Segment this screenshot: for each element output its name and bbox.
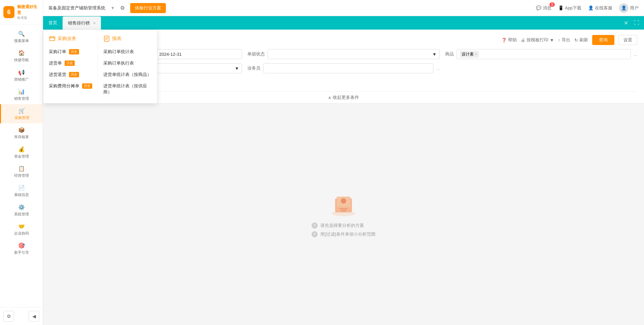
header-gear-icon[interactable]: ⚙ (120, 5, 125, 11)
tab-close-all-icon[interactable]: ✕ (621, 18, 631, 28)
menu-item-inbound-stats-by-supplier[interactable]: 进货单统计表（按供应商） (103, 80, 152, 98)
hint-num-1: ① (312, 222, 318, 229)
refresh-icon: ↻ (574, 38, 578, 43)
hist-badge-inbound: 历史 (65, 60, 75, 66)
export-icon: ↑ (558, 38, 561, 43)
service-icon: 👤 (588, 5, 594, 10)
salesperson-more-btn[interactable]: ... (436, 66, 440, 71)
inventory-icon: 📦 (18, 127, 25, 133)
app-download-btn[interactable]: 📱 App下载 (558, 5, 581, 11)
sidebar-collapse-btn[interactable]: ◀ (29, 311, 39, 322)
empty-illustration (327, 192, 360, 218)
basic-info-icon: 📄 (18, 185, 25, 191)
system-title: 装备及固定资产辅助管理系统 (48, 5, 105, 11)
search-icon: 🔍 (18, 31, 25, 37)
date-end-input[interactable]: 2024-12-31 (156, 49, 242, 59)
menu-item-purchase-expense[interactable]: 采购费用分摊单 历史 (49, 80, 98, 92)
tab-close-icon[interactable]: × (93, 21, 96, 26)
message-btn[interactable]: 💬 消息 9 (536, 5, 551, 11)
home-icon: 🏠 (18, 50, 25, 56)
sales-icon: 📊 (18, 88, 25, 95)
purchase-dropdown-menu: 采购业务 采购订单 历史 进货单 历史 进货退货 历史 采购费用分摊单 历史 (43, 30, 157, 104)
rank-select-dropdown-icon: ▼ (235, 66, 239, 71)
message-icon: 💬 (536, 5, 541, 10)
enterprise-icon: 🤝 (18, 223, 25, 230)
sidebar: 6 畅捷通好生意 标准版 🔍 搜索菜单 🏠 快捷导航 📢 营销推广 📊 销售管理 (0, 0, 43, 325)
sidebar-item-marketing[interactable]: 📢 营销推广 (0, 66, 43, 85)
sidebar-settings-btn[interactable]: ⚙ (3, 311, 14, 322)
menu-item-inbound-stats-by-goods[interactable]: 进货单统计表（按商品） (103, 69, 152, 80)
goods-more-btn[interactable]: ... (634, 52, 637, 57)
collapse-up-icon: ∧ (328, 95, 331, 100)
purchase-section: 采购业务 采购订单 历史 进货单 历史 进货退货 历史 采购费用分摊单 历史 (49, 35, 98, 98)
operations-icon: 📋 (18, 165, 25, 172)
status-select[interactable]: ▼ (267, 49, 439, 59)
help-btn[interactable]: ❓ 帮助 (501, 37, 517, 43)
sidebar-item-basic-info[interactable]: 📄 基础信息 (0, 181, 43, 200)
tab-sales-ranking[interactable]: 销售排行榜 × (63, 16, 101, 30)
print-icon: 🖨 (521, 38, 525, 43)
sidebar-item-purchase[interactable]: 🛒 采购管理 (0, 104, 43, 123)
user-btn[interactable]: 👤 用户 (619, 3, 639, 13)
settings-btn[interactable]: 设置 (618, 35, 637, 45)
status-filter: 单据状态 ▼ (247, 49, 439, 59)
refresh-btn[interactable]: ↻ 刷新 (574, 37, 588, 43)
sidebar-item-system[interactable]: ⚙️ 系统管理 (0, 201, 43, 220)
purchase-icon: 🛒 (19, 108, 25, 114)
guide-icon: 🎯 (18, 242, 25, 249)
tab-maximize-icon[interactable]: ⛶ (632, 18, 641, 28)
sidebar-item-enterprise[interactable]: 🤝 企业协同 (0, 220, 43, 239)
menu-item-inbound-return[interactable]: 进货退货 历史 (49, 69, 98, 80)
empty-hints: ① 请先选择要分析的方案 ② 用[过滤]条件来缩小分析范围 (312, 222, 375, 237)
tab-home[interactable]: 首页 (43, 16, 63, 30)
status-select-dropdown-icon: ▼ (432, 52, 437, 57)
goods-tag-close[interactable]: × (475, 52, 477, 56)
purchase-dropdown-overlay: 采购业务 采购订单 历史 进货单 历史 进货退货 历史 采购费用分摊单 历史 (43, 30, 157, 104)
message-badge: 9 (549, 2, 555, 7)
print-dropdown-icon: ▼ (550, 38, 554, 43)
sidebar-item-operations[interactable]: 📋 经营管理 (0, 162, 43, 181)
top-header: 装备及固定资产辅助管理系统 ▼ ⚙ 体验行业方案 💬 消息 9 📱 App下载 … (43, 0, 644, 16)
help-icon: ❓ (501, 38, 507, 43)
tab-bar-right: ✕ ⛶ (621, 18, 644, 28)
sidebar-nav: 🔍 搜索菜单 🏠 快捷导航 📢 营销推广 📊 销售管理 🛒 采购管理 📦 (0, 25, 43, 307)
salesperson-filter: 业务员 ... (247, 63, 439, 73)
hist-badge-purchase-expense: 历史 (82, 83, 92, 89)
svg-rect-4 (339, 208, 348, 209)
svg-rect-6 (49, 37, 55, 41)
phone-icon: 📱 (558, 5, 564, 10)
logo-area: 6 畅捷通好生意 标准版 (0, 0, 43, 25)
logo-text: 畅捷通好生意 标准版 (17, 4, 39, 20)
report-section-header: 报表 (103, 35, 152, 42)
online-service-btn[interactable]: 👤 在线客服 (588, 5, 612, 11)
print-btn[interactable]: 🖨 按模板打印 ▼ (521, 37, 554, 43)
sidebar-item-guide[interactable]: 🎯 新手引导 (0, 239, 43, 258)
menu-item-purchase-order[interactable]: 采购订单 历史 (49, 46, 98, 57)
menu-item-purchase-order-exec[interactable]: 采购订单执行表 (103, 57, 152, 69)
goods-input[interactable]: 设计素 × (457, 49, 631, 59)
menu-item-inbound[interactable]: 进货单 历史 (49, 57, 98, 69)
marketing-icon: 📢 (18, 69, 25, 76)
sidebar-item-inventory[interactable]: 📦 库存核算 (0, 123, 43, 143)
sidebar-item-finance[interactable]: 💰 资金管理 (0, 143, 43, 162)
hist-badge-purchase-order: 历史 (69, 49, 79, 54)
logo-icon: 6 (3, 6, 14, 18)
purchase-section-header: 采购业务 (49, 35, 98, 42)
sidebar-item-quick-nav[interactable]: 🏠 快捷导航 (0, 46, 43, 66)
dropdown-sections: 采购业务 采购订单 历史 进货单 历史 进货退货 历史 采购费用分摊单 历史 (49, 35, 152, 98)
finance-icon: 💰 (18, 146, 25, 153)
system-dropdown-icon[interactable]: ▼ (111, 6, 115, 10)
empty-state: ① 请先选择要分析的方案 ② 用[过滤]条件来缩小分析范围 (43, 104, 644, 325)
tab-bar: 首页 销售排行榜 × ✕ ⛶ (43, 16, 644, 30)
purchase-section-icon (49, 35, 56, 42)
sidebar-item-sales[interactable]: 📊 销售管理 (0, 85, 43, 104)
header-right: 💬 消息 9 📱 App下载 👤 在线客服 👤 用户 (536, 3, 639, 13)
industry-solution-btn[interactable]: 体验行业方案 (130, 3, 166, 13)
sidebar-item-search[interactable]: 🔍 搜索菜单 (0, 27, 43, 46)
query-btn[interactable]: 查询 (592, 35, 614, 45)
goods-filter: 商品 设计素 × ... (445, 49, 637, 59)
export-btn[interactable]: ↑ 导出 (558, 37, 571, 43)
salesperson-input[interactable] (263, 63, 433, 73)
menu-item-purchase-order-stats[interactable]: 采购订单统计表 (103, 46, 152, 57)
svg-rect-5 (341, 210, 346, 211)
